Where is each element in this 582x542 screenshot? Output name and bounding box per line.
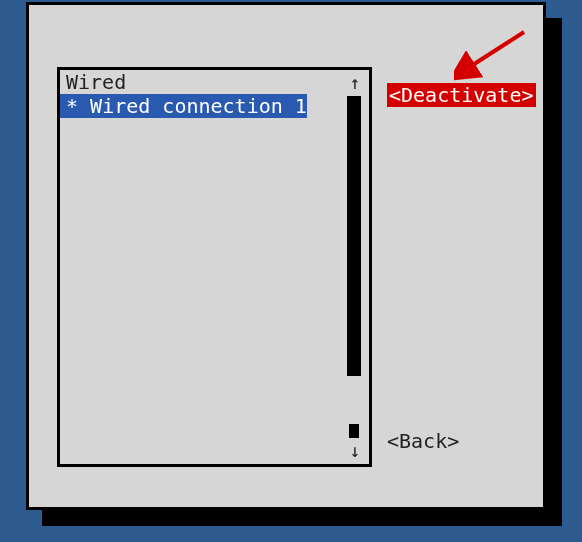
- scroll-thumb[interactable]: [349, 424, 359, 438]
- connection-list-content: Wired * Wired connection 1: [60, 70, 339, 464]
- scroll-track-fill: [347, 96, 361, 376]
- scroll-up-icon[interactable]: ↑: [345, 72, 365, 94]
- active-marker: *: [66, 94, 78, 118]
- connection-listbox[interactable]: Wired * Wired connection 1 ↑ ↓: [57, 67, 372, 467]
- scroll-down-icon[interactable]: ↓: [345, 440, 365, 462]
- dialog-window: Wired * Wired connection 1 ↑ ↓ <Deactiva…: [26, 2, 546, 510]
- connection-label: Wired connection 1: [90, 94, 307, 118]
- connection-list-item[interactable]: * Wired connection 1: [60, 94, 307, 118]
- scrollbar[interactable]: ↑ ↓: [345, 72, 365, 462]
- deactivate-button[interactable]: <Deactivate>: [387, 83, 536, 107]
- back-button[interactable]: <Back>: [387, 429, 459, 453]
- connection-group-header: Wired: [60, 70, 339, 94]
